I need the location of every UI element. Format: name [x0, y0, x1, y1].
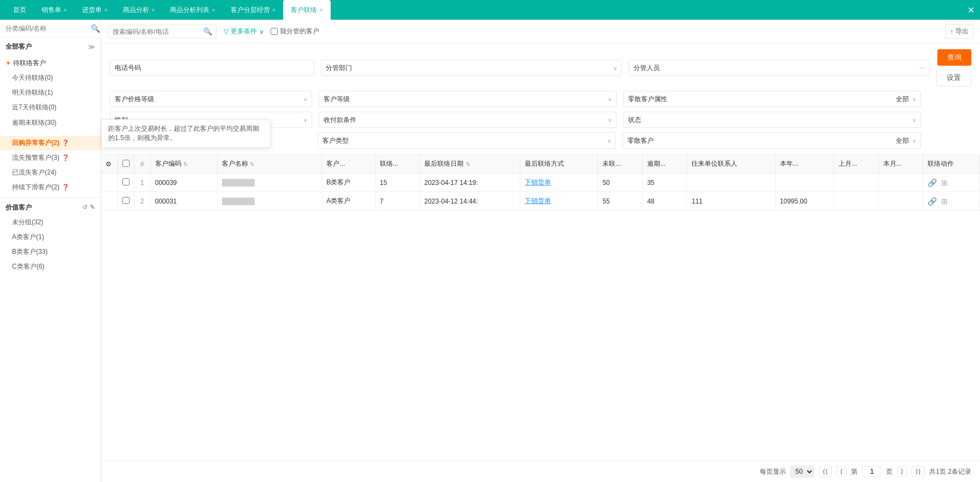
- row-checkbox[interactable]: [122, 197, 130, 204]
- sidebar-item-today-pending[interactable]: 今天待联络(0): [0, 71, 101, 85]
- status-filter[interactable]: 状态 ∨: [623, 112, 921, 128]
- sidebar-item-tomorrow-pending[interactable]: 明天待联络(1): [0, 85, 101, 100]
- nav-item-purchase[interactable]: 进货单 ×: [74, 0, 115, 20]
- checkbox-col-header[interactable]: [118, 155, 134, 173]
- last-contact-date-cell-1: 2023-04-17 14:19:: [420, 173, 520, 192]
- this-year-col-header[interactable]: 本年...: [775, 155, 834, 173]
- checkbox-cell-2[interactable]: [118, 192, 134, 211]
- manager-filter[interactable]: 分管人员 ···: [629, 60, 930, 76]
- close-icon[interactable]: ×: [272, 0, 275, 20]
- sidebar-item-a-class[interactable]: A类客户(1): [0, 230, 101, 245]
- sort-icon: ⇅: [183, 161, 187, 167]
- grid-icon[interactable]: ⊞: [941, 178, 948, 187]
- dept-filter[interactable]: 分管部门 ∨: [321, 60, 622, 76]
- link-icon[interactable]: 🔗: [928, 178, 937, 187]
- select-all-checkbox[interactable]: [122, 160, 130, 167]
- overdue-col-header[interactable]: 逾期...: [642, 155, 687, 173]
- export-icon: ↑: [950, 28, 953, 36]
- sidebar-item-lost[interactable]: 已流失客户(24): [0, 165, 101, 180]
- nav-item-contact[interactable]: 客户联络 ×: [283, 0, 330, 20]
- retail-filter[interactable]: 零散客户 全部 ∨: [623, 132, 921, 149]
- name-col-header[interactable]: 客户名称 ⇅: [217, 155, 322, 173]
- sidebar-value-section[interactable]: 价值客户 ↺ ✎: [0, 200, 101, 215]
- search-icon[interactable]: 🔍: [203, 27, 212, 36]
- edit-icon[interactable]: ↺: [82, 204, 87, 211]
- sidebar-item-unclassified[interactable]: 未分组(32): [0, 215, 101, 230]
- type-col-header[interactable]: 客户...: [322, 155, 375, 173]
- contact-count-col-header[interactable]: 联络...: [375, 155, 420, 173]
- nav-item-tier[interactable]: 客户分层经营 ×: [223, 0, 283, 20]
- this-month-col-header[interactable]: 本月...: [878, 155, 923, 173]
- contact-person-col-header[interactable]: 往来单位联系人: [687, 155, 775, 173]
- name-cell-2: [217, 192, 322, 211]
- close-icon[interactable]: ×: [104, 0, 107, 20]
- sidebar-item-7days-pending[interactable]: 近7天待联络(0): [0, 100, 101, 115]
- sidebar-item-c-class[interactable]: C类客户(6): [0, 259, 101, 274]
- more-conditions-button[interactable]: ▽ 更多条件 ∨: [224, 27, 264, 36]
- data-table: ⚙ # 客户编码 ⇅ 客户名称 ⇅: [101, 155, 980, 211]
- code-col-header[interactable]: 客户编码 ⇅: [150, 155, 217, 173]
- nav-item-home[interactable]: 首页: [5, 0, 34, 20]
- retail-attr-filter[interactable]: 零散客户属性 全部 ∨: [623, 91, 921, 107]
- close-icon[interactable]: ×: [212, 0, 215, 20]
- num-col-header: #: [134, 155, 150, 173]
- num-cell-1: 1: [134, 173, 150, 192]
- customer-level-filter[interactable]: 客户等级 ∨: [319, 91, 617, 107]
- link-icon[interactable]: 🔗: [928, 197, 937, 206]
- customer-type-filter[interactable]: 客户类型 ∨: [318, 132, 616, 149]
- next-page-button[interactable]: ⟩: [897, 466, 907, 477]
- sidebar-search-input[interactable]: [5, 25, 87, 32]
- per-page-select[interactable]: 50: [790, 466, 814, 478]
- sidebar-pending-section[interactable]: ▼ 待联络客户: [0, 56, 101, 71]
- action-col-header: 联络动作: [923, 155, 980, 173]
- settings-button[interactable]: 设置: [936, 69, 971, 86]
- page-number-input[interactable]: [862, 466, 882, 477]
- nav-item-analysis[interactable]: 商品分析 ×: [115, 0, 162, 20]
- prev-page-button[interactable]: ⟨: [836, 466, 847, 477]
- close-icon[interactable]: ×: [63, 0, 67, 20]
- table-header-row: ⚙ # 客户编码 ⇅ 客户名称 ⇅: [101, 155, 980, 173]
- my-customers-checkbox[interactable]: [271, 28, 278, 35]
- payment-filter[interactable]: 收付款条件 ∨: [319, 112, 617, 128]
- last-contact-date-col-header[interactable]: 最后联络日期 ⇅: [420, 155, 520, 173]
- pagination-bar: 每页显示 50 ⟨⟨ ⟨ 第 页 ⟩ ⟩⟩ 共1页 2条记录: [101, 461, 980, 482]
- grid-icon[interactable]: ⊞: [941, 197, 948, 206]
- table-row: 1 000039 B类客户 15 2023-04-17 14:19: 下销货单 …: [101, 173, 980, 192]
- last-contact-method-cell-1[interactable]: 下销货单: [520, 173, 598, 192]
- sidebar-item-losing[interactable]: 流失预警客户(3) ❓: [0, 150, 101, 165]
- overdue-cell-1: 35: [642, 173, 687, 192]
- export-button[interactable]: ↑ 导出: [945, 24, 973, 39]
- collapse-icon[interactable]: ≫: [88, 43, 95, 51]
- search-icon[interactable]: 🔍: [91, 24, 100, 33]
- type-cell-1: B类客户: [322, 173, 375, 192]
- last-month-col-header[interactable]: 上月...: [834, 155, 879, 173]
- query-button[interactable]: 查询: [937, 49, 971, 66]
- close-all-tabs-button[interactable]: ✕: [967, 5, 975, 15]
- last-contact-method-col-header[interactable]: 最后联络方式: [520, 155, 598, 173]
- price-level-filter[interactable]: 客户价格等级 ∨: [110, 91, 312, 107]
- filter-row-2: 客户价格等级 ∨ 客户等级 ∨ 零散客户属性 全部 ∨: [110, 91, 971, 107]
- close-icon[interactable]: ×: [151, 0, 155, 20]
- phone-filter[interactable]: 电话号码: [110, 60, 314, 76]
- sidebar-item-declining[interactable]: 持续下滑客户(2) ❓: [0, 180, 101, 195]
- sidebar-item-repurchase-abnormal[interactable]: 回购异常客户(2) ❓: [0, 136, 101, 150]
- uncontacted-col-header[interactable]: 未联...: [598, 155, 643, 173]
- sidebar-item-b-class[interactable]: B类客户(33): [0, 245, 101, 259]
- last-page-button[interactable]: ⟩⟩: [912, 466, 925, 477]
- checkbox-cell-1[interactable]: [118, 173, 134, 192]
- table-container: ⚙ # 客户编码 ⇅ 客户名称 ⇅: [101, 155, 980, 461]
- close-icon[interactable]: ×: [319, 0, 322, 20]
- sidebar-item-overdue-pending[interactable]: 逾期未联络(30): [0, 115, 101, 130]
- last-month-cell-2: [834, 192, 879, 211]
- nav-item-analysis-list[interactable]: 商品分析列表 ×: [162, 0, 222, 20]
- search-input[interactable]: [113, 28, 200, 36]
- my-customers-checkbox-label[interactable]: 我分管的客户: [271, 27, 319, 36]
- settings-col-header[interactable]: ⚙: [101, 155, 118, 173]
- filter-bar: 🔍 ▽ 更多条件 ∨ 我分管的客户 ↑ 导出: [101, 20, 980, 44]
- last-contact-method-cell-2[interactable]: 下销货单: [520, 192, 598, 211]
- first-page-button[interactable]: ⟨⟨: [819, 466, 832, 477]
- right-content: 🔍 ▽ 更多条件 ∨ 我分管的客户 ↑ 导出 电话号码: [101, 20, 980, 482]
- settings-icon[interactable]: ✎: [90, 204, 95, 211]
- nav-item-sales[interactable]: 销售单 ×: [34, 0, 74, 20]
- row-checkbox[interactable]: [122, 178, 130, 185]
